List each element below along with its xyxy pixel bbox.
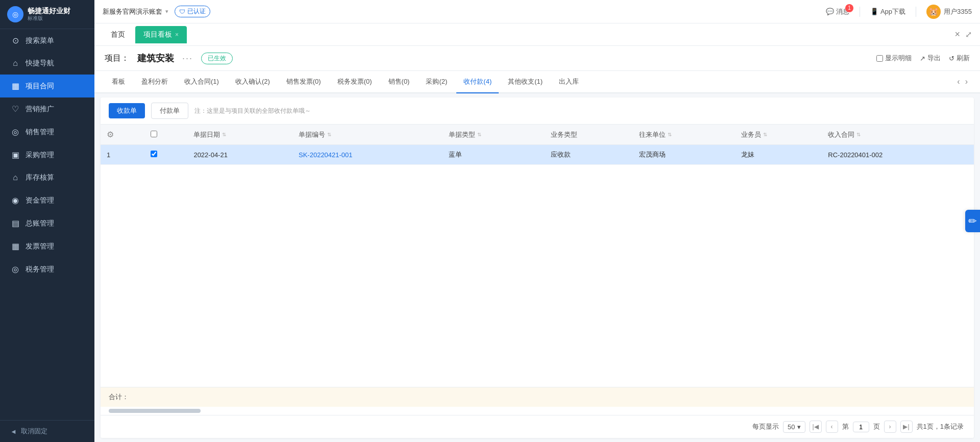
sub-tab-sales[interactable]: 销售(0) [381, 71, 417, 93]
sort-partner[interactable]: 往来单位 ⇅ [639, 130, 729, 139]
show-detail-checkbox[interactable] [876, 55, 883, 62]
message-button[interactable]: 💬 消息 1 [826, 7, 849, 16]
document-number-link[interactable]: SK-20220421-001 [299, 151, 353, 159]
sort-date[interactable]: 单据日期 ⇅ [193, 130, 286, 139]
sort-income-contract[interactable]: 收入合同 ⇅ [828, 130, 968, 139]
export-button[interactable]: ↗ 导出 [920, 54, 941, 63]
table-row[interactable]: 1 2022-04-21 SK-20220421-001 蓝单 应收款 宏茂商场 [101, 145, 974, 165]
sub-tab-inventory[interactable]: 出入库 [552, 71, 586, 93]
sub-tab-profit[interactable]: 盈利分析 [134, 71, 175, 93]
col-income-contract[interactable]: 收入合同 ⇅ [822, 125, 974, 145]
next-page-icon: › [889, 423, 891, 430]
sidebar-item-label: 销售管理 [26, 128, 54, 137]
tax-icon: ◎ [10, 264, 20, 274]
table-section: 收款单 付款单 注：这里是与项目关联的全部收付款单哦～ ⚙ [101, 97, 974, 438]
tab-project-kanban[interactable]: 项目看板 × [135, 26, 187, 43]
col-partner[interactable]: 往来单位 ⇅ [633, 125, 735, 145]
cell-income-contract: RC-20220401-002 [822, 145, 974, 165]
cancel-pin-button[interactable]: ◄ 取消固定 [0, 420, 94, 442]
project-name: 建筑安装 [137, 52, 174, 64]
logo-icon: ◎ [7, 6, 23, 22]
sidebar-item-inventory[interactable]: ⌂ 库存核算 [0, 166, 94, 189]
maximize-window-button[interactable]: ⤢ [965, 30, 972, 39]
project-more-icon[interactable]: ··· [182, 53, 193, 64]
sidebar-item-search[interactable]: ⊙ 搜索菜单 [0, 29, 94, 52]
sub-tab-label: 销售(0) [388, 78, 410, 85]
sub-tab-receipt[interactable]: 收付款(4) [456, 71, 499, 93]
prev-page-button[interactable]: ‹ [826, 421, 838, 433]
cell-salesperson: 龙妹 [735, 145, 822, 165]
nav-tabs: 首页 项目看板 × × ⤢ [94, 23, 980, 46]
account-selector[interactable]: 新服务官网演示账套 ▾ [103, 7, 168, 16]
col-biz-type: 业务类型 [545, 125, 633, 145]
cell-number[interactable]: SK-20220421-001 [292, 145, 443, 165]
tab-home[interactable]: 首页 [103, 26, 133, 43]
first-page-button[interactable]: |◀ [810, 421, 822, 433]
page-number-input[interactable] [853, 422, 869, 432]
sort-type[interactable]: 单据类型 ⇅ [449, 130, 538, 139]
cell-checkbox[interactable] [144, 145, 187, 165]
topbar-right: 💬 消息 1 📱 App下载 🐹 用户3355 [826, 5, 972, 19]
page-size-value: 50 [788, 423, 795, 431]
col-number[interactable]: 单据编号 ⇅ [292, 125, 443, 145]
page-size-selector[interactable]: 50 ▾ [783, 421, 805, 433]
tab-close-icon[interactable]: × [175, 31, 179, 38]
window-controls: × ⤢ [954, 29, 972, 40]
sub-tab-other-income[interactable]: 其他收支(1) [501, 71, 550, 93]
user-avatar: 🐹 [926, 5, 941, 19]
purchase-icon: ▣ [10, 150, 20, 160]
app-download-label: App下载 [880, 7, 905, 16]
sort-number[interactable]: 单据编号 ⇅ [299, 130, 436, 139]
sidebar-item-invoice-mgmt[interactable]: ▦ 发票管理 [0, 235, 94, 258]
sidebar-item-purchase-mgmt[interactable]: ▣ 采购管理 [0, 143, 94, 166]
sidebar-item-fund-mgmt[interactable]: ◉ 资金管理 [0, 189, 94, 212]
gear-icon[interactable]: ⚙ [107, 130, 114, 139]
refresh-icon: ↺ [949, 55, 954, 62]
col-biz-type-label: 业务类型 [551, 131, 577, 138]
sub-tab-label: 收入合同(1) [184, 78, 219, 85]
col-date[interactable]: 单据日期 ⇅ [187, 125, 292, 145]
user-button[interactable]: 🐹 用户3355 [926, 5, 972, 19]
show-detail-label[interactable]: 显示明细 [876, 54, 912, 63]
sub-tab-prev-icon[interactable]: ‹ [955, 75, 962, 88]
sidebar-item-marketing[interactable]: ♡ 营销推广 [0, 97, 94, 120]
payment-tab-button[interactable]: 付款单 [151, 103, 188, 119]
col-type[interactable]: 单据类型 ⇅ [443, 125, 545, 145]
sidebar-item-ledger-mgmt[interactable]: ▤ 总账管理 [0, 212, 94, 235]
sidebar-item-sales-mgmt[interactable]: ◎ 销售管理 [0, 120, 94, 143]
table-wrapper: ⚙ 单据日期 ⇅ [101, 125, 974, 387]
row-checkbox[interactable] [151, 151, 157, 157]
last-page-button[interactable]: ▶| [900, 421, 913, 433]
col-income-contract-label: 收入合同 [828, 130, 854, 139]
sub-tab-sales-invoice[interactable]: 销售发票(0) [279, 71, 328, 93]
horizontal-scrollbar[interactable] [109, 409, 201, 413]
next-page-button[interactable]: › [884, 421, 896, 433]
receipt-tab-button[interactable]: 收款单 [109, 103, 145, 118]
sort-salesperson[interactable]: 业务员 ⇅ [741, 130, 816, 139]
sidebar-item-tax-mgmt[interactable]: ◎ 税务管理 [0, 258, 94, 281]
app-download-button[interactable]: 📱 App下载 [870, 7, 905, 16]
edit-icon: ✏ [968, 215, 977, 227]
sidebar-item-label: 总账管理 [26, 219, 54, 228]
close-window-button[interactable]: × [954, 29, 960, 40]
select-all-checkbox[interactable] [151, 131, 157, 137]
floating-action-button[interactable]: ✏ [965, 210, 980, 232]
sub-tab-tax-invoice[interactable]: 税务发票(0) [330, 71, 379, 93]
sub-tab-income-confirm[interactable]: 收入确认(2) [228, 71, 277, 93]
home-icon: ⌂ [10, 59, 20, 68]
logo-text-block: 畅捷通好业财 标准版 [28, 7, 70, 22]
table-header-row: ⚙ 单据日期 ⇅ [101, 125, 974, 145]
refresh-button[interactable]: ↺ 刷新 [949, 54, 970, 63]
sub-tab-income-contract[interactable]: 收入合同(1) [177, 71, 226, 93]
refresh-label: 刷新 [957, 54, 970, 63]
sub-tab-kanban[interactable]: 看板 [105, 71, 132, 93]
sub-tab-next-icon[interactable]: › [963, 75, 970, 88]
col-checkbox [144, 125, 187, 145]
col-salesperson[interactable]: 业务员 ⇅ [735, 125, 822, 145]
col-salesperson-label: 业务员 [741, 130, 761, 139]
sidebar-item-label: 发票管理 [26, 242, 54, 251]
chevron-down-icon: ▾ [797, 423, 801, 431]
sub-tab-purchase[interactable]: 采购(2) [419, 71, 454, 93]
sidebar-item-project-contract[interactable]: ▦ 项目合同 [0, 75, 94, 97]
sidebar-item-quick-nav[interactable]: ⌂ 快捷导航 [0, 52, 94, 75]
